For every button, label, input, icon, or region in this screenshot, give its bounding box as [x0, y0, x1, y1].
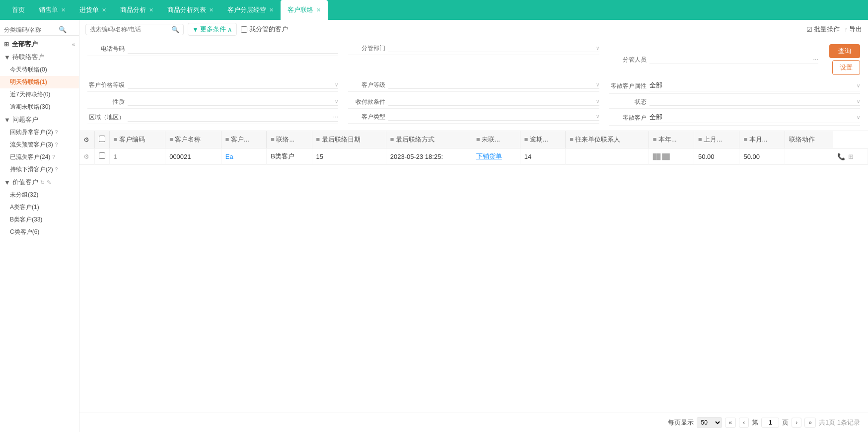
filter-retail-attr: 零散客户属性 全部 ∨ — [609, 81, 860, 94]
all-customers-header[interactable]: ⊞ 全部客户 « — [0, 38, 79, 51]
sidebar-search-icon[interactable]: 🔍 — [59, 26, 67, 33]
row-name[interactable]: Ea — [221, 148, 266, 165]
grid-icon: ⊞ — [4, 41, 9, 48]
search-input[interactable] — [90, 26, 169, 33]
filter-status-chev: ∨ — [857, 99, 860, 104]
sidebar-item-tomorrow[interactable]: 明天待联络(1) — [0, 76, 79, 88]
filter-payment-select[interactable]: ∨ — [388, 99, 599, 106]
filter-btn[interactable]: ▼ 更多条件 ∧ — [188, 23, 237, 36]
filter-chevron: ∧ — [227, 26, 232, 33]
sidebar-item-class-b[interactable]: B类客户(33) — [0, 214, 79, 226]
nav-purchase-close[interactable]: ✕ — [102, 7, 106, 13]
my-customers-checkbox[interactable] — [241, 26, 247, 33]
col-last-month-label: ≡ 上月... — [698, 136, 722, 143]
group-problem-arrow: ▼ — [4, 116, 10, 124]
first-page-btn[interactable]: « — [725, 418, 736, 428]
col-last-month: ≡ 上月... — [694, 131, 739, 148]
settings-button[interactable]: 设置 — [832, 60, 860, 75]
col-last-method-label: ≡ 最后联络方式 — [390, 136, 434, 143]
sidebar-item-churned[interactable]: 已流失客户(24) ? — [0, 151, 79, 163]
export-btn[interactable]: ↑ 导出 — [845, 25, 863, 34]
col-this-month-label: ≡ 本月... — [743, 136, 767, 143]
filter-phone: 电话号码 — [87, 44, 338, 56]
filter-status-select[interactable]: ∨ — [650, 99, 860, 106]
nav-purchase[interactable]: 进货单 ✕ — [72, 0, 113, 20]
col-unlisted: ≡ 未联... — [472, 131, 520, 148]
nav-product-list[interactable]: 商品分析列表 ✕ — [160, 0, 220, 20]
help-icon-1: ? — [55, 130, 58, 135]
filter-cust-level-chev: ∨ — [596, 82, 599, 87]
row-gear[interactable]: ⚙ — [79, 148, 94, 165]
next-page-btn[interactable]: › — [792, 418, 801, 428]
table-row: ⚙ 1 000021 Ea B类客户 15 2023-05-23 18:25: … — [79, 148, 868, 165]
filter-retail-attr-chev: ∨ — [857, 83, 860, 88]
search-icon[interactable]: 🔍 — [171, 26, 179, 33]
my-customers-wrap[interactable]: 我分管的客户 — [241, 25, 288, 34]
filter-person-select[interactable]: ··· — [650, 55, 818, 64]
nav-customer-tier[interactable]: 客户分层经营 ✕ — [220, 0, 281, 20]
query-button[interactable]: 查询 — [829, 44, 860, 58]
filter-region-select[interactable]: ··· — [128, 113, 338, 122]
filter-cust-level-select[interactable]: ∨ — [388, 82, 599, 89]
filter-dept-chevron: ∨ — [596, 45, 599, 51]
filter-retail-attr-select[interactable]: 全部 ∨ — [650, 81, 860, 91]
group-pending-label: 待联络客户 — [12, 53, 45, 62]
filter-nature-chev: ∨ — [335, 99, 338, 104]
select-all-checkbox[interactable] — [99, 136, 105, 142]
group-value-customer[interactable]: ▼ 价值客户 ↻ ✎ — [0, 176, 79, 189]
nav-product-analysis-close[interactable]: ✕ — [149, 7, 153, 13]
filter-phone-input[interactable] — [128, 44, 338, 54]
per-page-select[interactable]: 50 10 20 100 — [697, 417, 722, 428]
pagination: 每页显示 50 10 20 100 « ‹ 第 页 › » 共1页 1条记录 — [79, 413, 868, 432]
sidebar-item-repurchase-abnormal[interactable]: 回购异常客户(2) ? — [0, 126, 79, 139]
filter-person: 分管人员 ··· 查询 设置 — [609, 44, 860, 77]
action-grid-icon[interactable]: ⊞ — [848, 153, 854, 160]
filter-dept-select[interactable]: ∨ — [388, 45, 599, 52]
sidebar-item-today[interactable]: 今天待联络(0) — [0, 64, 79, 76]
group-pending-contact[interactable]: ▼ 待联络客户 — [0, 51, 79, 64]
col-checkbox — [94, 131, 109, 148]
filter-cust-type: 客户类型 ∨ — [348, 113, 599, 124]
value-refresh-icon[interactable]: ↻ — [40, 179, 45, 186]
action-phone-icon[interactable]: 📞 — [837, 153, 845, 160]
row-last-method[interactable]: 下销货单 — [472, 148, 520, 165]
sidebar-item-churn-warning[interactable]: 流失预警客户(3) ? — [0, 139, 79, 151]
sidebar-item-ungrouped[interactable]: 未分组(32) — [0, 189, 79, 201]
nav-product-analysis[interactable]: 商品分析 ✕ — [113, 0, 160, 20]
last-page-btn[interactable]: » — [804, 418, 816, 428]
sidebar-item-class-c[interactable]: C类客户(6) — [0, 226, 79, 238]
prev-page-btn[interactable]: ‹ — [739, 418, 749, 428]
nav-sales[interactable]: 销售单 ✕ — [32, 0, 72, 20]
col-this-year-label: ≡ 本年... — [653, 136, 677, 143]
nav-product-list-close[interactable]: ✕ — [209, 7, 214, 13]
col-type-label: ≡ 客户... — [225, 136, 249, 143]
sidebar-item-7days[interactable]: 近7天待联络(0) — [0, 88, 79, 101]
collapse-icon: « — [72, 41, 75, 47]
filter-price-level-select[interactable]: ∨ — [128, 82, 338, 89]
help-icon-3: ? — [52, 154, 55, 160]
filter-cust-type-select[interactable]: ∨ — [388, 114, 599, 121]
filter-payment-label: 收付款条件 — [348, 98, 385, 106]
nav-customer-tier-close[interactable]: ✕ — [269, 7, 274, 13]
sidebar-item-class-a[interactable]: A类客户(1) — [0, 201, 79, 214]
gear-header-icon[interactable]: ⚙ — [83, 136, 89, 144]
batch-btn[interactable]: ☑ 批量操作 — [806, 25, 840, 34]
value-edit-icon[interactable]: ✎ — [47, 179, 51, 186]
nav-customer-contact-close[interactable]: ✕ — [316, 7, 321, 13]
page-number-input[interactable] — [761, 418, 779, 428]
sidebar-item-declining[interactable]: 持续下滑客户(2) ? — [0, 163, 79, 176]
filter-nature-select[interactable]: ∨ — [128, 99, 338, 106]
filter-retail-cust-select[interactable]: 全部 ∨ — [650, 113, 860, 123]
row-select-checkbox[interactable] — [99, 152, 105, 159]
group-problem-customer[interactable]: ▼ 问题客户 — [0, 113, 79, 126]
group-value-arrow: ▼ — [4, 179, 10, 186]
per-page-label: 每页显示 — [668, 418, 694, 427]
nav-home[interactable]: 首页 — [5, 0, 32, 20]
nav-sales-close[interactable]: ✕ — [61, 7, 66, 13]
sidebar-search-input[interactable] — [4, 26, 59, 33]
filter-payment: 收付款条件 ∨ — [348, 98, 599, 109]
group-value-label: 价值客户 — [12, 178, 38, 187]
sidebar-item-overdue[interactable]: 逾期未联络(30) — [0, 101, 79, 113]
batch-checkbox-icon: ☑ — [806, 26, 812, 33]
nav-customer-contact[interactable]: 客户联络 ✕ — [281, 0, 328, 20]
